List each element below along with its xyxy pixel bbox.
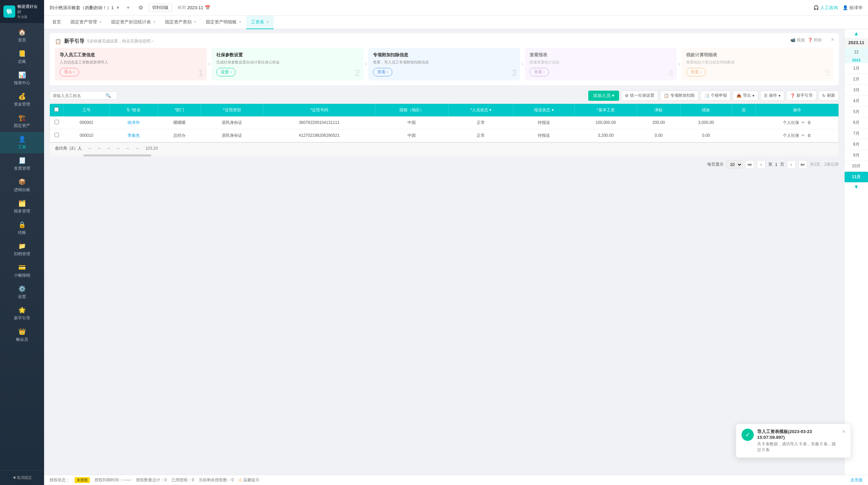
allowance-cell: 200.00 xyxy=(637,116,680,129)
employee-table: 工号 ⇅ *姓名 *部门 *证照类型 *证照号码 国籍（地区） *人员状态 ▾ … xyxy=(50,104,839,143)
sidebar-item-reports[interactable]: 📊 报表中心 xyxy=(0,68,44,89)
month-item-1[interactable]: 1月 xyxy=(845,63,868,74)
month-item-11[interactable]: 11月 xyxy=(845,172,868,183)
tab-close-icon[interactable]: × xyxy=(153,20,156,24)
year-display: 2023.11 xyxy=(845,38,868,47)
next-page-btn[interactable]: › xyxy=(787,160,796,169)
toast-notification: ✓ 导入工资表模板(2023-03-23 15:07:59.897) 共 9 条… xyxy=(736,424,851,458)
service-btn[interactable]: 🎧 人工咨询 xyxy=(813,5,838,11)
name-cell[interactable]: 李俊杰 xyxy=(110,129,158,142)
personal-insurance-btn[interactable]: 个人社保 xyxy=(783,120,799,125)
sidebar-item-archive[interactable]: 📁 归档管理 xyxy=(0,239,44,260)
video-btn[interactable]: 📹 视频 xyxy=(790,37,805,43)
select-all-checkbox[interactable] xyxy=(54,107,59,112)
step3-btn[interactable]: 查看 › xyxy=(373,68,392,76)
export-btn[interactable]: 📤 导出 ▾ xyxy=(733,91,758,100)
tab-fixed-category[interactable]: 固定资产类别 × xyxy=(160,16,201,29)
account-settings-btn[interactable]: ⚙ xyxy=(136,4,145,12)
month-item-8[interactable]: 8月 xyxy=(845,139,868,150)
personal-insurance-btn[interactable]: 个人社保 xyxy=(783,133,799,138)
social-icon: ⚙ xyxy=(625,93,629,98)
recharge-btn[interactable]: 去充值 xyxy=(850,477,863,483)
settings-icon: ⚙️ xyxy=(18,285,26,293)
per-page-select[interactable]: 10 20 50 xyxy=(726,161,743,169)
month-item-4[interactable]: 4月 xyxy=(845,96,868,107)
sidebar-item-settings[interactable]: ⚙️ 设置 xyxy=(0,282,44,303)
first-page-btn[interactable]: ⏮ xyxy=(745,160,754,169)
social-insurance-btn[interactable]: ⚙ 统一社保设置 xyxy=(621,91,658,100)
sidebar-item-home[interactable]: 🏠 首页 xyxy=(0,25,44,46)
search-input[interactable] xyxy=(53,93,103,98)
month-item-12[interactable]: 12 xyxy=(845,47,868,57)
operation-btn[interactable]: ☰ 操作 ▾ xyxy=(760,91,784,100)
sidebar-item-guide[interactable]: 🌟 新手引导 xyxy=(0,303,44,324)
row-checkbox[interactable] xyxy=(50,116,63,129)
name-cell[interactable]: 徐泽华 xyxy=(110,116,158,129)
sidebar-item-close[interactable]: 🔒 结账 xyxy=(0,218,44,239)
new-guide-btn[interactable]: ❓ 新手引导 xyxy=(786,91,816,100)
sidebar-item-invoices[interactable]: 🧾 发票管理 xyxy=(0,153,44,175)
step1-desc: 人员信息及工资数据新增导入 xyxy=(60,59,202,65)
month-down-btn[interactable]: ▼ xyxy=(852,183,861,191)
pagination: 每页显示 10 20 50 ⏮ ‹ 第 1 页 › ⏭ 共1页，2条记录 xyxy=(44,157,844,172)
sidebar-item-inventory[interactable]: 📦 进销台账 xyxy=(0,175,44,196)
step4-btn[interactable]: 查看 › xyxy=(530,68,549,76)
tab-fixed-depreciation[interactable]: 固定资产折旧统计表 × xyxy=(106,16,160,29)
tab-fixed-detail[interactable]: 固定资产明细账 × xyxy=(201,16,246,29)
col-name[interactable]: ⇅ *姓名 xyxy=(110,104,158,116)
sidebar-item-tax[interactable]: 🗂️ 税务管理 xyxy=(0,196,44,218)
add-account-btn[interactable]: ＋ xyxy=(123,3,133,12)
tab-close-icon[interactable]: × xyxy=(99,20,102,24)
calendar-icon[interactable]: 📅 xyxy=(205,5,210,10)
month-up-btn[interactable]: ▲ xyxy=(852,29,861,38)
id-no-cell: 412702198206290521 xyxy=(263,129,375,142)
edit-icon[interactable]: ✏ xyxy=(802,120,805,125)
month-item-3[interactable]: 3月 xyxy=(845,85,868,96)
toast-close-btn[interactable]: × xyxy=(842,429,845,435)
guide-close-btn[interactable]: × xyxy=(831,37,834,43)
tab-home[interactable]: 首页 xyxy=(47,16,66,29)
tax-report-btn[interactable]: 📑 个税申报 xyxy=(701,91,731,100)
month-item-9[interactable]: 9月 xyxy=(845,150,868,161)
sidebar-item-ledger[interactable]: 📒 总账 xyxy=(0,46,44,68)
sidebar-item-fixed-assets[interactable]: 🏗️ 固定资产 xyxy=(0,111,44,132)
step5-btn[interactable]: 查看 › xyxy=(686,68,706,76)
step2-btn[interactable]: 设置 › xyxy=(216,68,236,76)
auth-badge: 未授权 xyxy=(75,477,90,483)
home-icon: 🏠 xyxy=(18,29,26,36)
row-checkbox[interactable] xyxy=(50,129,63,142)
refresh-btn[interactable]: ↻ 刷新 xyxy=(818,91,839,100)
arrow-1: › xyxy=(207,48,212,80)
help-btn[interactable]: ❓ 帮助 xyxy=(808,37,822,43)
sidebar-item-expense[interactable]: 💳 小畅报销 xyxy=(0,260,44,282)
tab-salary[interactable]: 工资表 × xyxy=(246,16,274,29)
switch-version-btn[interactable]: 切到旧版 xyxy=(149,3,172,12)
last-page-btn[interactable]: ⏭ xyxy=(798,160,807,169)
col-status[interactable]: *人员状态 ▾ xyxy=(448,104,513,116)
delete-icon[interactable]: 🗑 xyxy=(807,120,811,125)
prev-page-btn[interactable]: ‹ xyxy=(757,160,766,169)
add-person-btn[interactable]: 添加人员 ▾ xyxy=(588,91,619,101)
month-item-10[interactable]: 10月 xyxy=(845,161,868,172)
sidebar-item-label: 小畅报销 xyxy=(14,273,30,278)
tab-close-icon[interactable]: × xyxy=(194,20,196,24)
cancel-fixed-btn[interactable]: ◀ 取消固定 xyxy=(2,473,42,482)
sidebar-item-funds[interactable]: 💰 资金管理 xyxy=(0,89,44,111)
account-dropdown-icon[interactable]: ▼ xyxy=(116,5,120,10)
month-item-7[interactable]: 7月 xyxy=(845,128,868,139)
month-item-6[interactable]: 6月 xyxy=(845,117,868,128)
col-report-status[interactable]: 报送状态 ▾ xyxy=(513,104,574,116)
edit-icon[interactable]: ✏ xyxy=(802,133,805,138)
allowance-btn[interactable]: 📋 专项附加扣除 xyxy=(660,91,698,100)
tab-fixed-assets[interactable]: 固定资产管理 × xyxy=(66,16,106,29)
step1-btn[interactable]: 导入 › xyxy=(60,68,79,76)
month-item-5[interactable]: 5月 xyxy=(845,107,868,117)
month-item-2[interactable]: 2月 xyxy=(845,74,868,85)
sidebar-item-salary[interactable]: 👤 工资 xyxy=(0,132,44,153)
delete-icon[interactable]: 🗑 xyxy=(807,133,811,138)
sidebar-item-vip[interactable]: 👑 畅会员 xyxy=(0,324,44,346)
emp-id-cell: 000002 xyxy=(63,116,110,129)
tab-close-icon[interactable]: × xyxy=(239,20,241,24)
tab-close-icon[interactable]: × xyxy=(267,20,269,24)
user-menu[interactable]: 👤 徐泽华 xyxy=(843,5,863,11)
